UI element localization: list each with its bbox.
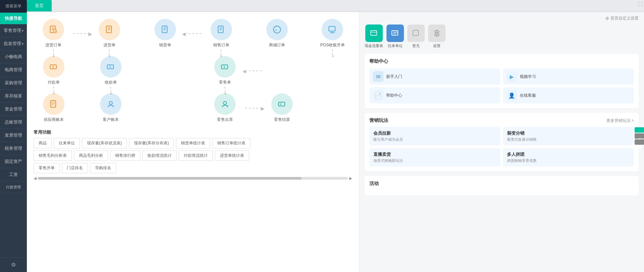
help-item-beginner[interactable]: ✉ 新手入门 — [369, 69, 500, 85]
help-helpcenter-label: 帮助中心 — [386, 93, 402, 98]
scrollbar-track[interactable] — [38, 177, 348, 180]
wf-node-shangcheng[interactable]: ≡ 商城订单 — [257, 19, 296, 48]
wf-node-pos[interactable]: POS收银开单 — [313, 19, 352, 48]
sidebar-item-kucun[interactable]: 库存核算 — [0, 90, 27, 103]
sidebar-item-shuiwu[interactable]: 税务管理 — [0, 142, 27, 155]
scroll-left-arrow[interactable]: ◀ — [34, 176, 37, 181]
func-btn-maoli-fenxi[interactable]: 销售毛利分析表 — [34, 150, 72, 161]
customize-settings[interactable]: ⚙ 首页自定义设置 — [365, 15, 639, 21]
right-panel: ⚙ 首页自定义设置 现金流量表 往来单位 — [359, 12, 644, 272]
func-btn-wanglaidanwei[interactable]: 往来单位 — [54, 138, 80, 148]
wf-label-shangcheng: 商城订单 — [269, 42, 285, 48]
sidebar-item-guding[interactable]: 固定资产 — [0, 155, 27, 168]
float-btn-desktop[interactable]: 桌面快捷 — [635, 139, 644, 145]
sidebar-item-lingshou[interactable]: 零售管理 ▾ — [0, 24, 27, 37]
func-btn-xiaohuo-tongji[interactable]: 销货单统计表 — [176, 138, 210, 148]
float-btn-community[interactable]: 服务社区 — [635, 133, 644, 139]
help-item-video[interactable]: ▶ 视频学习 — [503, 69, 634, 85]
quick-icon-settings-label: 设置 — [433, 43, 441, 48]
marketing-item-member[interactable]: 会员拉新 吸引用户成为会员 — [369, 127, 500, 145]
wf-label-xiaoshou-order: 销售订单 — [213, 42, 229, 48]
func-btn-xiancunliang1[interactable]: 现存量(库存状况表) — [82, 138, 127, 148]
expand-icon[interactable]: ⛶ — [638, 1, 643, 7]
sidebar-item-pifa[interactable]: 批发管理 ▾ — [0, 37, 27, 50]
v-arrow-lingshou-dan: ▼ — [205, 87, 245, 92]
sidebar-search[interactable]: 搜索菜单 — [0, 0, 27, 13]
marketing-more[interactable]: 更多营销玩法 > — [606, 118, 634, 124]
scroll-right-arrow[interactable]: ▶ — [349, 176, 352, 181]
arrow-1: ▶ — [73, 33, 90, 34]
svg-text:¥: ¥ — [279, 102, 282, 106]
wf-node-jinhuo-dan[interactable]: 进货单 — [90, 19, 129, 48]
wf-label-pos: POS收银开单 — [320, 42, 345, 48]
func-btn-xiaoshou-paihang[interactable]: 销售排行榜 — [110, 150, 140, 161]
wf-label-fukuan: 付款单 — [48, 80, 60, 85]
svg-rect-37 — [371, 31, 377, 35]
wf-label-jinhuo-dan: 进货单 — [103, 42, 116, 48]
wanglai-icon — [386, 25, 404, 42]
wf-node-gongyingshang[interactable]: 供应商账本 — [34, 93, 74, 123]
wf-node-fukuan[interactable]: ¥ 付款单 — [34, 56, 74, 85]
wf-label-lingshou-dan: 零售单 — [219, 80, 231, 85]
beginner-icon: ✉ — [373, 71, 383, 82]
quick-icon-zanwu[interactable]: 暂无 — [407, 25, 425, 48]
sidebar-item-fapiao[interactable]: 发票管理 — [0, 129, 27, 142]
wf-node-xiaoshou-order[interactable]: 销售订单 — [201, 19, 241, 48]
sidebar-item-dianshang[interactable]: 电商管理 — [0, 63, 27, 77]
v-arrow-jinhuo-dan: ▼ — [89, 49, 129, 55]
activities-section: 活动 — [365, 176, 639, 195]
help-beginner-label: 新手入门 — [386, 74, 402, 80]
v-arrow-fukuan: ▼ — [34, 87, 74, 92]
sidebar-item-xingzheng[interactable]: 行政管理 — [0, 181, 27, 193]
helpcenter-icon: 📄 — [373, 90, 383, 101]
marketing-item-group[interactable]: 多人拼团 拼团购物享受优惠 — [503, 148, 634, 167]
common-functions: 常用功能 商品 往来单位 现存量(库存状况表) 现存量(库存分布表) 销货单统计… — [34, 129, 352, 181]
wf-node-xiaohuo[interactable]: 销货单 — [145, 19, 185, 48]
wf-node-shoukuan[interactable]: ¥ 收款单 — [91, 56, 131, 85]
sidebar-item-zhangzhang[interactable]: 总账管理 — [0, 116, 27, 129]
quick-icon-cashflow[interactable]: 现金流量表 — [365, 25, 383, 48]
wf-node-lingshou-dan[interactable]: ¥ 零售单 — [205, 56, 245, 85]
wf-node-jinhuo-order[interactable]: 进货订单 — [34, 19, 73, 48]
help-item-onlineservice[interactable]: 👤 在线客服 — [503, 87, 634, 103]
svg-text:¥: ¥ — [52, 65, 54, 69]
svg-rect-19 — [329, 27, 335, 31]
help-item-helpcenter[interactable]: 📄 帮助中心 — [369, 87, 500, 103]
func-btn-daogou-paihang[interactable]: 导购排名 — [90, 163, 116, 173]
sidebar-nav-label: 快捷导航 — [0, 13, 27, 24]
activities-title: 活动 — [369, 181, 634, 187]
quick-icon-wanglai[interactable]: 往来单位 — [386, 25, 404, 48]
func-btn-jinhuo-tongji[interactable]: 进货单统计表 — [215, 150, 249, 161]
func-btn-shangpin-maoli[interactable]: 商品毛利分析 — [74, 150, 108, 161]
tab-home[interactable]: 首页 — [27, 0, 52, 11]
settings-icon[interactable]: ⚙ — [0, 257, 27, 272]
wf-node-kehu[interactable]: 客户账本 — [91, 93, 131, 123]
sidebar-item-gongzi[interactable]: 工资 — [0, 168, 27, 181]
content-area: 进货订单 ▶ 进货单 — [27, 12, 644, 272]
quick-icons-row: 现金流量表 往来单位 暂无 — [365, 25, 639, 48]
marketing-item-live[interactable]: 直播卖货 场景式购物新玩法 — [369, 148, 500, 167]
help-center-title: 帮助中心 — [369, 58, 634, 64]
marketing-item-fission[interactable]: 裂变分销 裂变式发展分销商 — [503, 127, 634, 145]
func-btn-xiancunliang2[interactable]: 现存量(库存分布表) — [129, 138, 174, 148]
func-btn-lingshou-kaidan[interactable]: 零售开单 — [34, 163, 60, 173]
sidebar-item-zijin[interactable]: 资金管理 — [0, 103, 27, 116]
sidebar-item-xiaochang[interactable]: 小畅电商 — [0, 50, 27, 63]
func-btn-shoukuan-tongji[interactable]: 收款情况统计 — [142, 150, 177, 161]
wf-node-lingshou-jiesuan[interactable]: ¥ 零售结算 — [262, 93, 302, 123]
sidebar-item-caigou[interactable]: 采购管理 — [0, 77, 27, 90]
help-video-label: 视频学习 — [520, 74, 536, 80]
v-arrow-xiaoshou: ▼ — [201, 49, 240, 55]
wf-node-lingshou-chuku[interactable]: 零售出库 — [205, 93, 245, 123]
func-btn-xiaoshou-tongji[interactable]: 销售订单统计表 — [212, 138, 250, 148]
func-btn-mendian-paihang[interactable]: 门店排名 — [62, 163, 88, 173]
wf-icon-jinhuo-dan — [99, 19, 120, 40]
float-btn-hotline[interactable]: 客服热线 — [635, 127, 644, 133]
quick-icon-settings[interactable]: 设置 — [428, 25, 446, 48]
wf-icon-pos — [322, 19, 343, 40]
func-btn-fukuan-tongji[interactable]: 付款情况统计 — [179, 150, 213, 161]
wf-label-kehu: 客户账本 — [103, 117, 119, 123]
svg-text:≡: ≡ — [275, 28, 277, 32]
quick-icon-cashflow-label: 现金流量表 — [365, 43, 383, 48]
func-btn-shangpin[interactable]: 商品 — [34, 138, 52, 148]
